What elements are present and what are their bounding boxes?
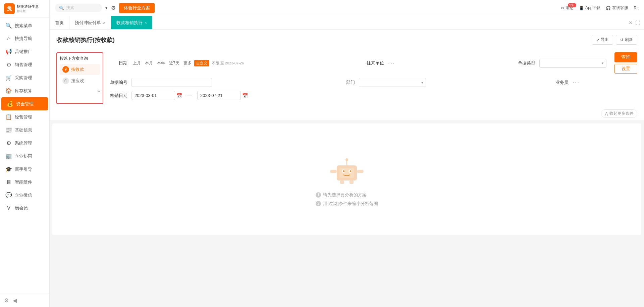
sidebar-item-inventory[interactable]: 🏠库存核算: [0, 84, 49, 97]
query-btn[interactable]: 查询: [614, 52, 637, 62]
topbar-msg[interactable]: ✉ 消息 99+: [561, 5, 574, 11]
expand-tabs-icon[interactable]: ⛶: [635, 20, 640, 25]
sidebar-label-operation: 经营管理: [15, 114, 32, 120]
sales-nav-icon: ⊙: [5, 61, 12, 68]
salesman-dots[interactable]: ···: [573, 79, 580, 86]
topbar: 🔍 搜索 ▾ ⚙ 体验行业方案 ✉ 消息 99+ 📱 App下载 🎧 在线客服 …: [50, 0, 644, 16]
filter-receipt-icon: ¥: [62, 66, 69, 73]
sidebar-item-finance[interactable]: 💰资金管理: [1, 97, 48, 110]
sidebar-item-marketing[interactable]: 📢营销推广: [0, 45, 49, 58]
filter-row-3: 核销日期 📅 — 📅: [109, 91, 637, 100]
verify-date-end-input[interactable]: [197, 91, 241, 100]
refresh-icon: ↺: [620, 38, 624, 42]
tabs-bar: 首页 预付冲应付单 × 收款核销执行 × ✕ ⛶: [50, 16, 644, 30]
verify-date-start-wrap: 📅: [131, 91, 182, 100]
dept-select[interactable]: [359, 78, 426, 87]
salesman-label: 业务员: [550, 80, 569, 86]
svg-rect-6: [330, 170, 337, 173]
sidebar-item-basic[interactable]: 📰基础信息: [0, 123, 49, 137]
sidebar: 兔 畅捷通好生意 标准版 🔍搜索菜单⌂快捷导航📢营销推广⊙销售管理🛒采购管理🏠库…: [0, 0, 50, 307]
svg-rect-7: [357, 170, 364, 173]
tab-home[interactable]: 首页: [50, 16, 69, 29]
verify-date-label: 核销日期: [109, 93, 127, 99]
finance-nav-icon: 💰: [7, 101, 13, 107]
logo-text: 畅捷通好生意 标准版: [17, 4, 39, 13]
service-icon: 🎧: [606, 6, 611, 10]
verify-date-end-wrap: 📅: [197, 91, 248, 100]
sidebar-item-search[interactable]: 🔍搜索菜单: [0, 19, 49, 32]
collapse-sidebar-icon[interactable]: ◀: [13, 297, 17, 304]
filter-bottom-line: [50, 120, 644, 121]
calendar-start-icon[interactable]: 📅: [176, 93, 182, 98]
tabs-actions: ✕ ⛶: [629, 20, 644, 25]
verify-date-start-input[interactable]: [131, 91, 175, 100]
date-last-month[interactable]: 上月: [131, 60, 142, 67]
sidebar-label-member: 畅会员: [15, 205, 28, 211]
quick-nav-nav-icon: ⌂: [5, 36, 12, 42]
main-area: 🔍 搜索 ▾ ⚙ 体验行业方案 ✉ 消息 99+ 📱 App下载 🎧 在线客服 …: [50, 0, 644, 307]
prepay-tab-close[interactable]: ×: [103, 20, 105, 25]
svg-rect-1: [339, 168, 354, 178]
sidebar-item-member[interactable]: V畅会员: [0, 202, 49, 214]
receipt-verify-tab-close[interactable]: ×: [145, 20, 147, 25]
sidebar-item-purchase[interactable]: 🛒采购管理: [0, 71, 49, 84]
doc-no-input[interactable]: [131, 78, 212, 87]
doc-type-label: 单据类型: [517, 60, 535, 66]
doc-type-select[interactable]: [539, 59, 606, 68]
page-header-actions: ↗ 导出 ↺ 刷新: [592, 35, 637, 45]
sidebar-item-guide[interactable]: 🎓新手引导: [0, 163, 49, 176]
collapse-more-btn[interactable]: ⋀ 收起更多条件: [601, 109, 637, 118]
sidebar-item-wechat[interactable]: 💬企业微信: [0, 189, 49, 202]
export-btn[interactable]: ↗ 导出: [592, 35, 613, 45]
filter-by-receivable[interactable]: ⏱ 按应收: [60, 75, 100, 86]
calendar-end-icon[interactable]: 📅: [242, 93, 248, 98]
filter-by-receipt[interactable]: ¥ 按收款: [60, 64, 100, 75]
logo-area: 兔 畅捷通好生意 标准版: [0, 0, 49, 18]
industry-btn[interactable]: 体验行业方案: [119, 3, 155, 13]
app-icon: 📱: [579, 6, 584, 10]
topbar-user[interactable]: Rit: [634, 6, 639, 10]
topbar-search[interactable]: 🔍 搜索: [55, 4, 102, 12]
sidebar-item-system[interactable]: ⚙系统管理: [0, 137, 49, 150]
sidebar-label-inventory: 库存核算: [15, 88, 32, 94]
date-custom[interactable]: 自定义: [194, 60, 209, 66]
settings-icon[interactable]: ⚙: [4, 297, 9, 304]
doc-type-select-wrap: [539, 59, 606, 68]
corp-nav-icon: 🏢: [5, 153, 12, 159]
search-icon: 🔍: [59, 6, 64, 10]
tab-receipt-verify[interactable]: 收款核销执行 ×: [111, 16, 153, 29]
tab-prepay[interactable]: 预付冲应付单 ×: [69, 16, 111, 29]
empty-tip-1: 1 请先选择要分析的方案: [316, 191, 378, 199]
empty-illustration: [327, 150, 367, 184]
date-7days[interactable]: 近7天: [168, 60, 181, 67]
sidebar-item-sales[interactable]: ⊙销售管理: [0, 58, 49, 71]
svg-point-4: [343, 170, 345, 172]
svg-rect-11: [350, 181, 354, 184]
sidebar-item-hardware[interactable]: 🖥智能硬件: [0, 176, 49, 189]
refresh-btn[interactable]: ↺ 刷新: [616, 35, 637, 45]
topbar-gear-icon[interactable]: ⚙: [111, 5, 116, 11]
settings-btn[interactable]: 设置: [614, 64, 637, 74]
date-this-year[interactable]: 本年: [156, 60, 166, 67]
partner-label: 往来单位: [365, 60, 384, 66]
topbar-service[interactable]: 🎧 在线客服: [606, 5, 628, 11]
date-this-month[interactable]: 本月: [144, 60, 154, 67]
sidebar-item-corp[interactable]: 🏢企业协同: [0, 150, 49, 163]
filter-row-2: 单据编号 部门 业务员 ···: [109, 78, 637, 87]
filter-panel-collapse-icon[interactable]: »: [97, 88, 100, 94]
wechat-nav-icon: 💬: [5, 192, 12, 198]
basic-nav-icon: 📰: [5, 127, 12, 133]
sidebar-item-quick-nav[interactable]: ⌂快捷导航: [0, 32, 49, 45]
sidebar-label-sales: 销售管理: [15, 62, 32, 68]
partner-input-dots[interactable]: ···: [388, 60, 395, 67]
search-area: 按以下方案查询 ¥ 按收款 ⏱ 按应收 » 日期: [50, 48, 644, 108]
date-label: 日期: [109, 60, 127, 66]
topbar-dropdown-icon[interactable]: ▾: [105, 5, 108, 10]
topbar-app[interactable]: 📱 App下载: [579, 5, 600, 11]
sidebar-label-guide: 新手引导: [15, 166, 32, 172]
export-icon: ↗: [596, 38, 599, 42]
collapse-more-area: ⋀ 收起更多条件: [50, 108, 644, 120]
sidebar-item-operation[interactable]: 📋经营管理: [0, 110, 49, 123]
close-tab-icon[interactable]: ✕: [629, 20, 633, 25]
date-more[interactable]: 更多: [182, 60, 193, 67]
